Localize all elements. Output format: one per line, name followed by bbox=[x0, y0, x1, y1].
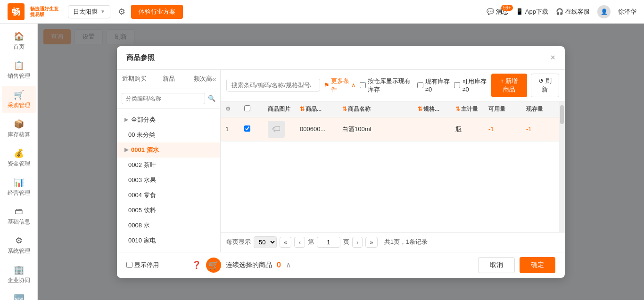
th-img: 商品图片 bbox=[263, 101, 295, 117]
sort-code-button[interactable]: ⇅ 商品... bbox=[300, 105, 322, 113]
app-logo: 畅 bbox=[8, 3, 25, 20]
tree-item-00[interactable]: 00 未分类 bbox=[117, 127, 220, 142]
tree-item-0010[interactable]: 0010 家电 bbox=[117, 233, 220, 248]
category-tree: ▶ 全部分类 00 未分类 ▶ 0001 酒水 0002 茶 bbox=[117, 108, 220, 252]
settings-icon[interactable]: ⚙ bbox=[118, 7, 125, 17]
online-service-button[interactable]: 🎧 在线客服 bbox=[556, 8, 590, 16]
tree-arrow-0001-icon: ▶ bbox=[124, 147, 128, 153]
page-label-text: 第 bbox=[308, 238, 314, 246]
sort-unit-button[interactable]: ⇅ 主计量 bbox=[455, 105, 478, 113]
scrollbar-thumb bbox=[560, 105, 564, 124]
selected-count: 0 bbox=[277, 261, 281, 269]
table-row[interactable]: 1 🏷 000600... bbox=[221, 117, 559, 141]
th-checkbox bbox=[239, 101, 263, 117]
product-search-input[interactable] bbox=[227, 79, 315, 91]
refresh-button[interactable]: ↺ 刷新 bbox=[531, 74, 559, 97]
page-unit-text: 页 bbox=[343, 238, 349, 246]
confirm-button[interactable]: 确定 bbox=[520, 257, 555, 273]
page-number-input[interactable] bbox=[317, 237, 340, 248]
tree-item-0002[interactable]: 0002 茶叶 bbox=[117, 158, 220, 173]
app-download-button[interactable]: 📱 App下载 bbox=[516, 8, 548, 16]
last-page-button[interactable]: » bbox=[365, 237, 377, 248]
filter-arrow-icon: ∧ bbox=[351, 82, 356, 89]
sidebar-item-basic[interactable]: 🗃 基础信息 bbox=[2, 203, 36, 230]
table-settings-icon[interactable]: ⚙ bbox=[225, 106, 231, 112]
sidebar-item-inventory[interactable]: 📦 库存核算 bbox=[2, 115, 36, 142]
th-available: 可用量 bbox=[484, 101, 521, 117]
per-page-select[interactable]: 50 bbox=[254, 236, 277, 248]
total-info: 共1页，1条记录 bbox=[384, 238, 428, 246]
modal-close-button[interactable]: × bbox=[550, 53, 555, 63]
category-search-input[interactable] bbox=[122, 93, 205, 104]
app-brand: 畅捷通好生意 捷易版 bbox=[30, 6, 58, 17]
th-name: ⇅ 商品名称 bbox=[338, 101, 413, 117]
category-search-icon[interactable]: 🔍 bbox=[208, 95, 215, 102]
right-toolbar: 🔍 ⚑ 更多条件 ∧ 按仓库显示现有库存 bbox=[221, 70, 565, 101]
tree-item-all[interactable]: ▶ 全部分类 bbox=[117, 112, 220, 127]
modal-header: 商品参照 × bbox=[117, 46, 565, 70]
tab-recent[interactable]: 近期购买 bbox=[117, 70, 151, 89]
app-download-icon: 📱 bbox=[516, 8, 523, 15]
avatar[interactable]: 👤 bbox=[597, 5, 611, 18]
more-filter-button[interactable]: ⚑ 更多条件 ∧ bbox=[324, 77, 356, 94]
sidebar-item-purchase[interactable]: 🛒 采购管理 bbox=[2, 86, 36, 113]
pagination: 每页显示 50 « ‹ 第 页 › » 共1页，1条记录 bbox=[221, 232, 565, 252]
toolbar-right-actions: + 新增商品 ↺ 刷新 bbox=[491, 74, 559, 97]
finance-icon: 💰 bbox=[14, 148, 24, 158]
select-all-checkbox[interactable] bbox=[244, 105, 250, 111]
collapse-left-panel-icon[interactable]: « bbox=[212, 75, 216, 83]
checkbox-available-ne0[interactable] bbox=[417, 82, 423, 88]
tab-new[interactable]: 新品 bbox=[151, 70, 186, 89]
tree-item-0001[interactable]: ▶ 0001 酒水 bbox=[117, 142, 220, 158]
layout: 🏠 首页 📋 销售管理 🛒 采购管理 📦 库存核算 💰 资金管理 📊 经营管理 … bbox=[0, 24, 644, 300]
sidebar-item-guide[interactable]: 🆕 新手引导 bbox=[2, 290, 36, 300]
show-disabled-label: 显示停用 bbox=[126, 261, 159, 269]
selected-label: 连续选择的商品 bbox=[226, 261, 272, 269]
checkbox-warehouse[interactable] bbox=[360, 82, 366, 88]
footer-right-actions: 取消 确定 bbox=[478, 257, 555, 273]
prev-page-button[interactable]: ‹ bbox=[294, 237, 305, 248]
sort-name-button[interactable]: ⇅ 商品名称 bbox=[342, 105, 371, 113]
home-icon: 🏠 bbox=[14, 31, 24, 42]
next-page-button[interactable]: › bbox=[352, 237, 363, 248]
sidebar-item-system[interactable]: ⚙ 系统管理 bbox=[2, 232, 36, 259]
guide-icon: 🆕 bbox=[14, 294, 24, 300]
sidebar-item-home[interactable]: 🏠 首页 bbox=[2, 27, 36, 55]
sort-spec-button[interactable]: ⇅ 规格... bbox=[418, 105, 439, 113]
tree-item-0008[interactable]: 0008 水 bbox=[117, 218, 220, 233]
left-search-bar: 🔍 bbox=[117, 89, 220, 108]
cell-code: 000600... bbox=[295, 117, 338, 141]
messages-badge: 99+ bbox=[501, 5, 513, 11]
system-icon: ⚙ bbox=[15, 235, 23, 246]
cell-name: 白酒100ml bbox=[338, 117, 413, 141]
cancel-button[interactable]: 取消 bbox=[478, 257, 515, 273]
help-icon[interactable]: ❓ bbox=[192, 260, 201, 269]
purchase-icon: 🛒 bbox=[14, 90, 24, 100]
sales-icon: 📋 bbox=[14, 60, 24, 71]
main-content: 查询 设置 刷新 商品参照 × 近期购买 bbox=[38, 24, 644, 300]
store-dropdown[interactable]: 日太阳膜 ▼ bbox=[68, 5, 110, 18]
messages-button[interactable]: 💬 消息 99+ bbox=[487, 8, 508, 16]
per-page-label: 每页显示 bbox=[226, 238, 251, 246]
first-page-button[interactable]: « bbox=[280, 237, 291, 248]
product-search-button[interactable]: 🔍 bbox=[315, 79, 320, 91]
sidebar-item-sales[interactable]: 📋 销售管理 bbox=[2, 57, 36, 84]
cart-icon[interactable]: 🛒 bbox=[206, 258, 221, 273]
tree-item-0003[interactable]: 0003 水果 bbox=[117, 173, 220, 188]
tree-item-0004[interactable]: 0004 零食 bbox=[117, 188, 220, 203]
add-product-button[interactable]: + 新增商品 bbox=[491, 74, 527, 97]
table-header-row: ⚙ 商品图片 ⇅ bbox=[221, 101, 559, 117]
tree-item-0005[interactable]: 0005 饮料 bbox=[117, 203, 220, 218]
checkbox-warehouse-label: 按仓库显示现有库存 bbox=[360, 77, 413, 94]
table-scrollbar[interactable] bbox=[559, 101, 565, 232]
row-checkbox[interactable] bbox=[244, 125, 250, 132]
show-disabled-checkbox[interactable] bbox=[126, 262, 132, 268]
sidebar-item-operation[interactable]: 📊 经营管理 bbox=[2, 174, 36, 201]
footer-collapse-icon[interactable]: ∧ bbox=[286, 260, 291, 269]
sidebar-item-enterprise[interactable]: 🏢 企业协同 bbox=[2, 261, 36, 288]
experience-button[interactable]: 体验行业方案 bbox=[131, 5, 183, 19]
product-image: 🏷 bbox=[268, 121, 285, 138]
sidebar-item-finance[interactable]: 💰 资金管理 bbox=[2, 144, 36, 172]
checkbox-usable-ne0[interactable] bbox=[454, 82, 460, 88]
operation-icon: 📊 bbox=[14, 177, 24, 188]
